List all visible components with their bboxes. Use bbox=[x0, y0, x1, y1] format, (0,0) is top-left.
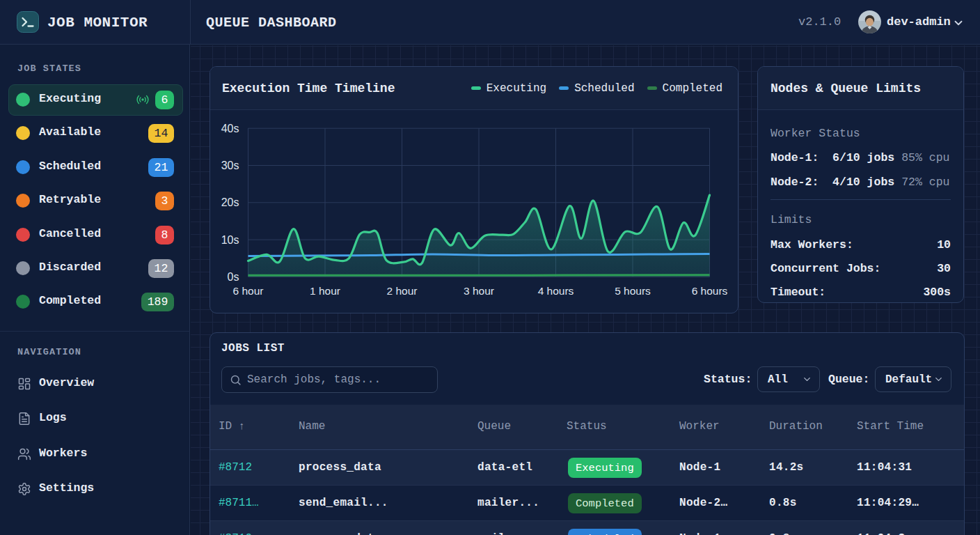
svg-text:4 hours: 4 hours bbox=[538, 285, 574, 297]
svg-text:2 hour: 2 hour bbox=[387, 285, 418, 297]
svg-text:30s: 30s bbox=[221, 160, 239, 171]
svg-text:20s: 20s bbox=[221, 196, 239, 208]
svg-text:6 hour: 6 hour bbox=[233, 285, 264, 297]
svg-text:10s: 10s bbox=[221, 234, 239, 246]
svg-text:5 hours: 5 hours bbox=[615, 285, 651, 297]
svg-text:6 hours: 6 hours bbox=[692, 285, 728, 297]
svg-text:0s: 0s bbox=[228, 271, 239, 283]
svg-text:40s: 40s bbox=[221, 123, 239, 134]
svg-text:3 hour: 3 hour bbox=[464, 285, 494, 297]
svg-text:1 hour: 1 hour bbox=[310, 285, 340, 297]
